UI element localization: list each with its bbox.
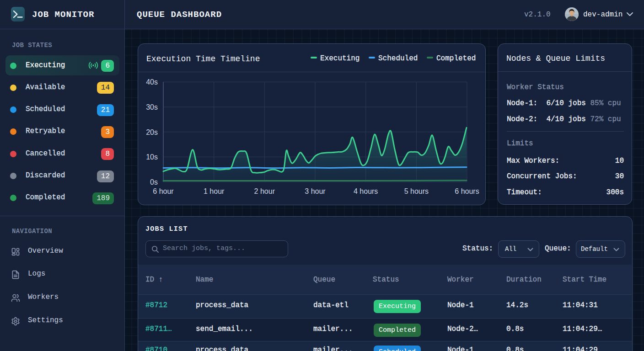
svg-text:2 hour: 2 hour — [254, 187, 275, 195]
svg-text:30s: 30s — [146, 103, 158, 111]
svg-text:3 hour: 3 hour — [305, 187, 326, 195]
svg-text:20s: 20s — [146, 128, 158, 136]
svg-text:5 hours: 5 hours — [404, 187, 429, 195]
svg-text:6 hours: 6 hours — [455, 187, 479, 195]
svg-text:0s: 0s — [150, 178, 158, 186]
svg-text:10s: 10s — [146, 153, 158, 161]
svg-text:6 hour: 6 hour — [153, 187, 174, 195]
svg-text:40s: 40s — [146, 78, 158, 86]
svg-text:4 hours: 4 hours — [354, 187, 378, 195]
svg-text:1 hour: 1 hour — [204, 187, 225, 195]
